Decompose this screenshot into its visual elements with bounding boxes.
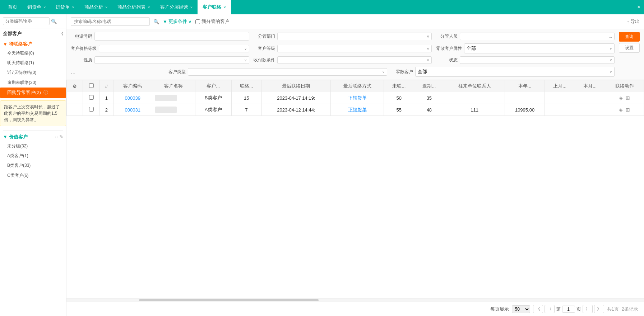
nav-sales[interactable]: 销货单 × [22,0,51,14]
sort-uncontacted[interactable]: 未联... [392,83,406,89]
sort-contacts[interactable]: 联络... [240,83,253,89]
per-page-select[interactable]: 10 20 50 100 [512,305,530,313]
col-type[interactable]: 客户... [195,80,231,92]
sort-this-month[interactable]: 本月... [583,83,597,89]
sort-last-method[interactable]: 最后联络方式 [343,83,371,89]
col-this-year[interactable]: 本年... [505,80,545,92]
horizontal-scrollbar[interactable] [66,298,644,302]
settings-icon[interactable]: ⚙ [73,84,77,89]
row1-method-link[interactable]: 下销货单 [348,95,367,100]
nav-customer-contact[interactable]: 客户联络 × [198,0,231,14]
page-number-input[interactable] [562,306,575,313]
row2-code[interactable]: 000031 [113,104,152,116]
nav-product-analysis-list[interactable]: 商品分析列表 × [112,0,155,14]
sidebar-item-a-class[interactable]: A类客户(1) [0,151,66,161]
row2-method-link[interactable]: 下销货单 [348,107,367,112]
col-code[interactable]: 客户编码 [113,80,152,92]
more-conditions-button[interactable]: ▼ 更多条件 ∨ [163,18,192,25]
scrollbar-thumb[interactable] [139,299,319,301]
row2-checkbox[interactable] [83,104,100,116]
payment-select[interactable]: ∨ [277,56,432,64]
manager-select[interactable]: ... [460,33,615,40]
sort-last-month[interactable]: 上月... [553,83,566,89]
close-product-analysis-list-tab[interactable]: × [148,5,150,9]
sidebar-item-7days[interactable]: 近7天待联络(0) [0,68,66,77]
price-level-select[interactable]: ∨ [99,45,249,52]
my-customers-checkbox[interactable] [195,19,200,24]
row2-grid-icon[interactable]: ⊞ [626,107,630,113]
retail-customer-select[interactable]: 全部 ∨ [415,67,615,77]
row1-checkbox[interactable] [83,92,100,104]
main-search-button[interactable]: 🔍 [153,19,159,24]
edit-icon[interactable]: ✎ [59,134,63,140]
nav-customer-tier[interactable]: 客户分层经营 × [155,0,198,14]
row2-code-link[interactable]: 000031 [125,107,140,113]
close-product-analysis-tab[interactable]: × [105,5,107,9]
window-close-button[interactable]: × [637,4,640,10]
col-unit-contact[interactable]: 往来单位联系人 [444,80,505,92]
prev-page-button[interactable]: 〈 [545,305,555,313]
close-purchase-tab[interactable]: × [72,5,74,9]
status-select[interactable]: ∨ [460,56,615,64]
sidebar-item-repurchase-abnormal[interactable]: 回购异常客户(2) ⓘ [0,88,66,98]
customer-level-select[interactable]: ∨ [277,45,432,52]
sidebar-item-b-class[interactable]: B类客户(33) [0,161,66,170]
nav-product-analysis[interactable]: 商品分析 × [79,0,112,14]
sidebar-item-c-class[interactable]: C类客户(6) [0,171,66,180]
close-customer-tier-tab[interactable]: × [190,5,193,9]
col-checkbox[interactable] [83,80,100,92]
row1-last-method[interactable]: 下销货单 [331,92,384,104]
col-last-contact-date[interactable]: 最后联络日期 [261,80,330,92]
col-settings[interactable]: ⚙ [67,80,83,92]
col-name[interactable]: 客户名称 [152,80,195,92]
row1-grid-icon[interactable]: ⊞ [626,95,630,101]
col-last-contact-method[interactable]: 最后联络方式 [331,80,384,92]
sidebar-value-customers-label[interactable]: ▼ 价值客户 ○ ✎ [0,132,66,141]
sidebar-item-ungrouped[interactable]: 未分组(32) [0,141,66,151]
close-customer-contact-tab[interactable]: × [223,5,226,9]
sidebar-search-icon[interactable]: 🔍 [51,19,57,24]
col-this-month[interactable]: 本月... [575,80,605,92]
row1-code[interactable]: 000039 [113,92,152,104]
col-overdue[interactable]: 逾期... [414,80,444,92]
select-all-checkbox[interactable] [89,83,94,88]
last-page-button[interactable]: 》 [594,305,604,313]
sort-type[interactable]: 客户... [207,83,220,89]
col-last-month[interactable]: 上月... [545,80,575,92]
nature-select[interactable]: ∨ [94,56,249,64]
sidebar-group-pending-contact[interactable]: ▼ 待联络客户 [0,39,66,48]
nav-home[interactable]: 首页 [3,0,22,14]
settings-button[interactable]: 设置 [619,43,640,53]
sort-overdue[interactable]: 逾期... [422,83,436,89]
phone-input[interactable] [94,32,249,41]
dept-select[interactable]: ∨ [277,33,432,40]
row1-check[interactable] [89,95,94,100]
sort-name[interactable]: 客户名称 [164,83,183,89]
row2-view-icon[interactable]: ◈ [619,107,623,113]
sidebar-item-overdue[interactable]: 逾期未联络(30) [0,78,66,88]
export-button[interactable]: ↑ 导出 [627,18,640,25]
sidebar-search-input[interactable] [3,17,50,25]
my-customers-checkbox-label[interactable]: 我分管的客户 [195,18,230,25]
sidebar-item-today[interactable]: 今天待联络(0) [0,48,66,58]
circle-icon[interactable]: ○ [55,134,58,140]
nav-purchase[interactable]: 进货单 × [51,0,79,14]
retail-attr-select[interactable]: 全部 ∨ [464,43,615,53]
first-page-button[interactable]: 《 [533,305,543,313]
sort-last-date[interactable]: 最后联络日期 [282,83,310,89]
row2-last-method[interactable]: 下销货单 [331,104,384,116]
next-page-button[interactable]: 〉 [583,305,593,313]
sidebar-item-tomorrow[interactable]: 明天待联络(1) [0,58,66,68]
sort-this-year[interactable]: 本年... [518,83,532,89]
col-contacts[interactable]: 联络... [231,80,261,92]
sort-code[interactable]: 客户编码 [123,83,142,89]
row1-view-icon[interactable]: ◈ [619,95,623,101]
query-button[interactable]: 查询 [619,32,640,42]
close-sales-tab[interactable]: × [43,5,46,9]
more-dots[interactable]: ... [71,69,75,75]
sort-unit-contact[interactable]: 往来单位联系人 [458,83,491,89]
row2-check[interactable] [89,107,94,112]
sidebar-all-customers[interactable]: 全部客户 《 [0,28,66,39]
customer-type-select[interactable]: ∨ [188,68,387,76]
row1-code-link[interactable]: 000039 [125,95,140,101]
